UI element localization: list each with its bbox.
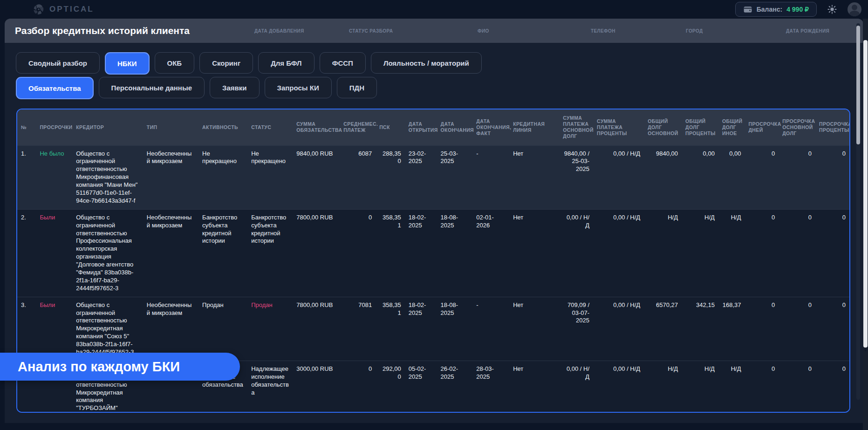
- tab-нбки[interactable]: НБКИ: [105, 52, 150, 75]
- table-cell: 25-03-2025: [437, 145, 473, 209]
- table-cell: Н/Д: [718, 209, 745, 297]
- table-cell: 6087: [340, 145, 376, 209]
- subtab-запросы-ки[interactable]: Запросы КИ: [265, 77, 332, 98]
- tab-скоринг[interactable]: Скоринг: [199, 52, 253, 74]
- table-cell: 358,351: [376, 297, 405, 361]
- table-cell: 168,37: [718, 297, 745, 361]
- user-avatar[interactable]: [847, 2, 861, 16]
- wallet-icon: [743, 5, 752, 14]
- table-cell: 05-02-2025: [405, 361, 437, 413]
- table-cell: 9840,00 RUB: [293, 145, 340, 209]
- column-header: АКТИВНОСТЬ: [198, 109, 247, 145]
- table-cell: Продан: [198, 297, 247, 361]
- column-header: ОБЩИЙ ДОЛГ ПРОЦЕНТЫ: [682, 109, 718, 145]
- panel-scrollbar-thumb[interactable]: [856, 26, 860, 144]
- table-cell: Н/Д: [644, 209, 682, 297]
- table-cell: 0: [340, 209, 376, 297]
- column-header: СУММА ПЛАТЕЖА ПРОЦЕНТЫ: [593, 109, 644, 145]
- table-cell: 292,000: [376, 361, 405, 413]
- column-header: КРЕДИТОР: [72, 109, 143, 145]
- subtab-персональные-данные[interactable]: Персональные данные: [99, 77, 205, 98]
- balance-chip[interactable]: Баланс: 4 990 ₽: [735, 2, 817, 17]
- table-cell: 18-02-2025: [405, 297, 437, 361]
- table-cell: 342,15: [682, 297, 718, 361]
- table-cell: 3.: [17, 297, 36, 361]
- table-cell: 0: [815, 297, 849, 361]
- table-cell: -: [472, 145, 509, 209]
- page-title: Разбор кредитных историй клиента: [15, 19, 190, 43]
- table-header-row: №ПРОСРОЧКИКРЕДИТОРТИПАКТИВНОСТЬСТАТУССУМ…: [17, 109, 849, 145]
- table-cell: 0: [340, 361, 376, 413]
- subtab-пдн[interactable]: ПДН: [337, 77, 377, 98]
- table-cell: Н/Д: [718, 361, 745, 413]
- table-cell: Нет: [509, 297, 559, 361]
- table-cell: 7800,00 RUB: [293, 297, 340, 361]
- tab-для-бфл[interactable]: Для БФЛ: [258, 52, 314, 74]
- column-header: №: [17, 109, 36, 145]
- page-scrollbar-thumb[interactable]: [863, 40, 868, 348]
- table-cell: Н/Д: [644, 361, 682, 413]
- section-tabs: ОбязательстваПерсональные данныеЗаявкиЗа…: [16, 77, 377, 99]
- table-cell: 28-03-2025: [472, 361, 509, 413]
- scroll-down-arrow-icon[interactable]: ▼: [863, 348, 868, 353]
- table-cell: 288,350: [376, 145, 405, 209]
- table-cell: Общество с ограниченной ответственностью…: [72, 209, 143, 297]
- column-header: ПРОСРОЧКИ: [36, 109, 72, 145]
- table-row[interactable]: 2.БылиОбщество с ограниченной ответствен…: [17, 209, 849, 297]
- column-header: ПРОСРОЧКА ПРОЦЕНТЫ: [815, 109, 849, 145]
- table-cell: Н/Д: [682, 361, 718, 413]
- column-header: СУММА ОБЯЗАТЕЛЬСТВА: [293, 109, 340, 145]
- column-header: ДАТА ОКОНЧАНИЯ: [437, 109, 473, 145]
- bki-analysis-banner: Анализ по каждому БКИ: [0, 353, 240, 381]
- column-header: ДАТА ОТКРЫТИЯ: [405, 109, 437, 145]
- table-cell: Общество с ограниченной ответственностью…: [72, 145, 143, 209]
- tab-окб[interactable]: ОКБ: [155, 52, 195, 74]
- table-cell: 0: [779, 209, 815, 297]
- table-row[interactable]: 1.Не былоОбщество с ограниченной ответст…: [17, 145, 849, 209]
- brand-name: OPTICAL: [49, 5, 94, 14]
- table-row[interactable]: 3.БылиОбщество с ограниченной ответствен…: [17, 297, 849, 361]
- column-header: ТИП: [143, 109, 198, 145]
- table-cell: Нет: [509, 361, 559, 413]
- subtab-заявки[interactable]: Заявки: [210, 77, 259, 98]
- table-cell: Были: [36, 297, 72, 361]
- banner-text: Анализ по каждому БКИ: [18, 359, 180, 375]
- table-cell: Были: [36, 209, 72, 297]
- table-cell: 02-01-2026: [472, 209, 509, 297]
- table-cell: 0,00 / Н/Д: [559, 361, 593, 413]
- table-cell: Банкротство субъекта кредитной истории: [198, 209, 247, 297]
- table-cell: 0,00 / Н/Д: [593, 145, 644, 209]
- theme-sun-icon[interactable]: [827, 4, 837, 14]
- column-header: СТАТУС: [247, 109, 293, 145]
- tab-сводный-разбор[interactable]: Сводный разбор: [16, 52, 100, 74]
- table-cell: 9840,00: [644, 145, 682, 209]
- tab-лояльность-мораторий[interactable]: Лояльность / мораторий: [371, 52, 482, 74]
- table-cell: 0: [745, 145, 779, 209]
- balance-label: Баланс:: [757, 6, 782, 13]
- panel-header: Разбор кредитных историй клиента ДАТА ДО…: [5, 19, 863, 43]
- optical-aperture-icon: [33, 3, 45, 15]
- client-field-label: ФИО: [478, 28, 489, 34]
- table-cell: 2.: [17, 209, 36, 297]
- table-cell: Не прекращено: [247, 145, 293, 209]
- table-cell: 26-02-2025: [437, 361, 473, 413]
- table-cell: Банкротство субъекта кредитной истории: [247, 209, 293, 297]
- table-cell: 0,00: [682, 145, 718, 209]
- table-cell: Общество с ограниченной ответственностью…: [72, 297, 143, 361]
- table-cell: 0: [815, 209, 849, 297]
- client-field-label: СТАТУС РАЗБОРА: [349, 28, 393, 34]
- table-cell: 3000,00 RUB: [293, 361, 340, 413]
- column-header: ПРОСРОЧКА ДНЕЙ: [745, 109, 779, 145]
- table-cell: 0,00 / Н/Д: [593, 361, 644, 413]
- table-cell: Необеспеченный микрозаем: [143, 297, 198, 361]
- table-cell: 0: [779, 145, 815, 209]
- table-cell: 0: [779, 361, 815, 413]
- tab-фссп[interactable]: ФССП: [320, 52, 366, 74]
- table-cell: Не прекращено: [198, 145, 247, 209]
- client-field-label: ТЕЛЕФОН: [591, 28, 615, 34]
- table-cell: 0,00 / Н/Д: [593, 297, 644, 361]
- subtab-обязательства[interactable]: Обязательства: [16, 77, 94, 99]
- table-cell: 9840,00 / 25-03-2025: [559, 145, 593, 209]
- table-cell: 1.: [17, 145, 36, 209]
- table-cell: 0: [745, 209, 779, 297]
